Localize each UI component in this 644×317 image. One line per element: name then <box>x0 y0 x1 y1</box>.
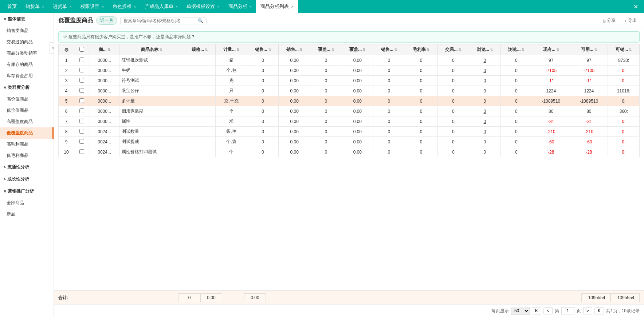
nav-permission-settings[interactable]: 权限设置 × <box>76 0 108 13</box>
sidebar-section-growth[interactable]: > 成长性分析 <box>0 173 54 185</box>
sidebar-item-high-value[interactable]: 高价值商品 <box>0 94 54 105</box>
close-icon[interactable]: × <box>102 4 104 9</box>
sidebar-section-marketing[interactable]: ∨ 营销推广分析 <box>0 185 54 197</box>
page-number-input[interactable] <box>561 307 574 314</box>
row-checkbox[interactable] <box>74 147 90 157</box>
row-browse1[interactable]: 0 <box>469 55 501 66</box>
column-browse1[interactable]: 浏览...⇅ <box>469 44 501 55</box>
row-name[interactable]: 多计量 <box>119 96 184 106</box>
search-input[interactable] <box>123 18 196 23</box>
nav-sales-order[interactable]: 销货单 × <box>21 0 48 13</box>
export-button[interactable]: ↑ 导出 <box>621 16 640 25</box>
column-current-stock[interactable]: 现有...⇅ <box>532 44 570 55</box>
sidebar-section-flow[interactable]: > 流通性分析 <box>0 161 54 173</box>
row-select-checkbox[interactable] <box>79 58 84 62</box>
close-icon[interactable]: × <box>291 4 293 9</box>
row-select-checkbox[interactable] <box>79 88 84 93</box>
row-select-checkbox[interactable] <box>79 98 84 103</box>
sidebar-item-inventory-capital[interactable]: 库存资金占用 <box>0 70 54 82</box>
close-icon[interactable]: × <box>250 4 252 9</box>
row-checkbox[interactable] <box>74 55 90 66</box>
sidebar-section-cluster[interactable]: ∨ 类群度分析 <box>0 82 54 94</box>
column-cover1[interactable]: 覆盖...⇅ <box>310 44 342 55</box>
row-browse1[interactable]: 0 <box>469 96 501 106</box>
close-icon[interactable]: × <box>176 4 178 9</box>
row-checkbox[interactable] <box>74 106 90 116</box>
row-browse1[interactable]: 0 <box>469 147 501 157</box>
nav-purchase-order[interactable]: 进货单 × <box>48 0 76 13</box>
close-icon[interactable]: × <box>217 4 219 9</box>
window-close-button[interactable]: ✕ <box>631 3 641 10</box>
last-page-button[interactable]: K <box>594 307 604 314</box>
row-browse1[interactable]: 0 <box>469 116 501 127</box>
row-checkbox[interactable] <box>74 66 90 76</box>
sidebar-item-sales-products[interactable]: 销售类商品 <box>0 25 54 36</box>
row-browse1[interactable]: 0 <box>469 106 501 116</box>
column-checkbox[interactable] <box>74 44 90 55</box>
row-name[interactable]: 旺铺批次测试 <box>119 55 184 66</box>
sidebar-item-stocked-products[interactable]: 有库存的商品 <box>0 59 54 70</box>
row-name[interactable]: 属性 <box>119 116 184 127</box>
column-available-stock[interactable]: 可用...⇅ <box>570 44 608 55</box>
column-margin[interactable]: 毛利率⇅ <box>405 44 437 55</box>
column-gear[interactable]: ⚙ <box>59 44 74 55</box>
sidebar-item-high-coverage[interactable]: 高覆盖度商品 <box>0 116 54 127</box>
close-icon[interactable]: × <box>42 4 44 9</box>
column-code[interactable]: 商...⇅ <box>90 44 119 55</box>
row-select-checkbox[interactable] <box>79 119 84 123</box>
column-unit[interactable]: 计量...⇅ <box>216 44 247 55</box>
column-name[interactable]: 商品名称⇅ <box>119 44 184 55</box>
row-browse1[interactable]: 0 <box>469 86 501 96</box>
prev-page-button[interactable]: < <box>543 307 553 314</box>
column-saleable[interactable]: 可销...⇅ <box>608 44 640 55</box>
column-cover2[interactable]: 覆盖...⇅ <box>342 44 373 55</box>
column-sales3[interactable]: 销售...⇅ <box>373 44 405 55</box>
row-select-checkbox[interactable] <box>79 149 84 154</box>
share-button[interactable]: ⎙ 分享 <box>600 16 619 25</box>
row-browse1[interactable]: 0 <box>469 127 501 137</box>
column-spec[interactable]: 规格...⇅ <box>184 44 216 55</box>
close-icon[interactable]: × <box>69 4 71 9</box>
sidebar-item-low-coverage[interactable]: 低覆盖度商品 <box>0 127 54 139</box>
row-name[interactable]: 符号测试 <box>119 76 184 86</box>
sidebar-item-low-value[interactable]: 低价值商品 <box>0 105 54 116</box>
column-trade[interactable]: 交易...⇅ <box>437 44 469 55</box>
column-sales-amt[interactable]: 销售...⇅ <box>279 44 310 55</box>
row-checkbox[interactable] <box>74 116 90 127</box>
row-select-checkbox[interactable] <box>79 129 84 134</box>
row-checkbox[interactable] <box>74 76 90 86</box>
nav-product-analysis[interactable]: 商品分析 × <box>224 0 256 13</box>
row-checkbox[interactable] <box>74 96 90 106</box>
nav-role-auth[interactable]: 角色授权 × <box>108 0 140 13</box>
nav-template-settings[interactable]: 单据模板设置 × <box>182 0 224 13</box>
row-browse1[interactable]: 0 <box>469 137 501 147</box>
row-browse1[interactable]: 0 <box>469 76 501 86</box>
close-icon[interactable]: × <box>134 4 136 9</box>
search-icon[interactable]: 🔍 <box>198 18 203 23</box>
row-name[interactable]: 牛奶 <box>119 66 184 76</box>
row-checkbox[interactable] <box>74 86 90 96</box>
first-page-button[interactable]: K <box>532 307 541 314</box>
sidebar-item-category-turnover[interactable]: 商品分类动销率 <box>0 48 54 59</box>
sidebar-section-overall[interactable]: ∨ 整体信息 <box>0 13 54 25</box>
sidebar-item-low-margin[interactable]: 低毛利商品 <box>0 150 54 161</box>
sidebar-collapse-button[interactable]: « <box>50 42 54 54</box>
filter-period-button[interactable]: 近一月 <box>96 16 117 25</box>
row-select-checkbox[interactable] <box>79 78 84 83</box>
row-name[interactable]: 测试数量 <box>119 127 184 137</box>
column-sales-qty[interactable]: 销售...⇅ <box>247 44 279 55</box>
sidebar-item-traded-products[interactable]: 交易过的商品 <box>0 36 54 48</box>
row-name[interactable]: 测试提成 <box>119 137 184 147</box>
row-name[interactable]: 属性价格打印测试 <box>119 147 184 157</box>
sidebar-item-all-products[interactable]: 全部商品 <box>0 197 54 209</box>
row-browse1[interactable]: 0 <box>469 66 501 76</box>
select-all-checkbox[interactable] <box>79 47 84 52</box>
row-name[interactable]: 眼宝公仔 <box>119 86 184 96</box>
row-checkbox[interactable] <box>74 127 90 137</box>
next-page-button[interactable]: > <box>583 307 592 314</box>
row-checkbox[interactable] <box>74 137 90 147</box>
row-select-checkbox[interactable] <box>79 139 84 144</box>
sidebar-item-new-products[interactable]: 新品 <box>0 209 54 220</box>
sidebar-item-high-margin[interactable]: 高毛利商品 <box>0 139 54 150</box>
column-browse2[interactable]: 浏览...⇅ <box>500 44 532 55</box>
